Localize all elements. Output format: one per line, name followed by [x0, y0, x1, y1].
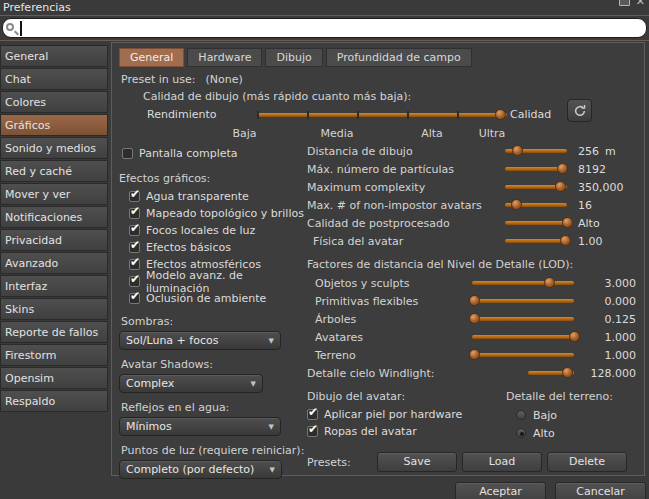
- checkbox-focos-locales[interactable]: Focos locales de luz: [129, 222, 307, 239]
- slider-thumb[interactable]: [511, 199, 522, 210]
- sidebar-item-skins[interactable]: Skins: [0, 298, 108, 320]
- sidebar-item-interfaz[interactable]: Interfaz: [0, 275, 108, 297]
- checkbox-icon: [129, 225, 140, 236]
- flexi-lod-slider[interactable]: [472, 299, 574, 303]
- checkbox-mapeado[interactable]: Mapeado topológico y brillos: [129, 205, 307, 222]
- search-row: [0, 15, 649, 41]
- checkbox-avatar-cloth[interactable]: Ropas del avatar: [307, 423, 506, 440]
- slider-thumb[interactable]: [555, 181, 566, 192]
- slider-thumb[interactable]: [469, 313, 480, 324]
- sidebar-item-opensim[interactable]: Opensim: [0, 367, 108, 389]
- checkbox-icon: [307, 426, 318, 437]
- avatar-shadows-dropdown[interactable]: Complex ▼: [119, 374, 263, 393]
- terrain-detail-header: Detalle del terreno:: [506, 390, 636, 403]
- slider-thumb[interactable]: [544, 277, 555, 288]
- tab-dibujo[interactable]: Dibujo: [265, 48, 322, 67]
- slider-thumb[interactable]: [562, 217, 573, 228]
- postprocess-slider[interactable]: [505, 221, 567, 225]
- avatar-physics-slider[interactable]: [505, 239, 567, 243]
- presets-label: Presets:: [307, 456, 377, 469]
- slider-row-avatars: Avatares 1.000: [307, 328, 636, 346]
- slider-value: 0.125: [588, 313, 636, 326]
- draw-distance-slider[interactable]: [505, 149, 567, 153]
- slider-value: 350,000: [578, 181, 636, 194]
- sidebar-item-avanzado[interactable]: Avanzado: [0, 252, 108, 274]
- sidebar-item-reporte[interactable]: Reporte de fallos: [0, 321, 108, 343]
- checkbox-icon: [129, 208, 140, 219]
- load-preset-button[interactable]: Load: [462, 452, 542, 472]
- light-points-label: Puntos de luz (requiere reiniciar):: [121, 444, 307, 457]
- slider-row-windlight: Detalle cielo Windlight: 128.000: [307, 364, 636, 382]
- terrain-lod-slider[interactable]: [472, 353, 574, 357]
- accept-button[interactable]: Aceptar: [455, 482, 546, 499]
- slider-thumb[interactable]: [560, 235, 571, 246]
- preset-in-use: Preset in use:(None): [121, 73, 636, 86]
- quality-slider-thumb[interactable]: [495, 109, 506, 120]
- slider-tick: [457, 111, 459, 119]
- checkbox-modelo-avanzado[interactable]: Modelo avanz. de iluminación: [129, 273, 307, 290]
- delete-preset-button[interactable]: Delete: [547, 452, 627, 472]
- slider-thumb[interactable]: [469, 295, 480, 306]
- chevron-down-icon: ▼: [269, 423, 274, 431]
- slider-row-postprocess: Calidad de postprocesado Alto: [307, 214, 636, 232]
- slider-value: 3.000: [588, 277, 636, 290]
- sidebar-item-sonido[interactable]: Sonido y medios: [0, 137, 108, 159]
- sidebar-item-graficos[interactable]: Gráficos: [0, 114, 108, 136]
- sidebar-item-colores[interactable]: Colores: [0, 91, 108, 113]
- sidebar-item-privacidad[interactable]: Privacidad: [0, 229, 108, 251]
- checkbox-fullscreen[interactable]: Pantalla completa: [122, 145, 307, 162]
- sidebar-item-mover[interactable]: Mover y ver: [0, 183, 108, 205]
- slider-value: 1.000: [588, 331, 636, 344]
- windlight-slider[interactable]: [528, 371, 574, 375]
- slider-thumb[interactable]: [569, 331, 580, 342]
- sidebar-item-general[interactable]: General: [0, 45, 108, 67]
- sidebar-item-firestorm[interactable]: Firestorm: [0, 344, 108, 366]
- checkbox-icon: [129, 293, 140, 304]
- slider-thumb[interactable]: [557, 163, 568, 174]
- quality-max-label: Calidad: [510, 108, 551, 121]
- objects-lod-slider[interactable]: [472, 281, 574, 285]
- complexity-slider[interactable]: [505, 185, 567, 189]
- tab-profundidad[interactable]: Profundidad de campo: [326, 48, 472, 67]
- slider-thumb[interactable]: [512, 145, 523, 156]
- checkbox-efectos-basicos[interactable]: Efectos básicos: [129, 239, 307, 256]
- radio-terrain-bajo[interactable]: Bajo: [516, 406, 636, 424]
- trees-lod-slider[interactable]: [472, 317, 574, 321]
- cancel-button[interactable]: Cancelar: [555, 482, 646, 499]
- slider-label: Avatares: [315, 331, 472, 344]
- shadows-dropdown[interactable]: Sol/Luna + focos ▼: [119, 331, 281, 350]
- preset-value: (None): [206, 73, 243, 86]
- slider-thumb[interactable]: [469, 349, 480, 360]
- water-reflections-dropdown[interactable]: Mínimos ▼: [119, 417, 281, 436]
- checkbox-hardware-skinning[interactable]: Aplicar piel por hardware: [307, 406, 506, 423]
- tab-hardware[interactable]: Hardware: [187, 48, 262, 67]
- tab-general[interactable]: General: [119, 48, 184, 67]
- checkbox-label: Agua transparente: [146, 190, 249, 203]
- quality-slider[interactable]: [257, 113, 507, 117]
- non-impostor-slider[interactable]: [505, 203, 567, 207]
- slider-row-terrain: Terreno 1.000: [307, 346, 636, 364]
- checkbox-icon: [129, 191, 140, 202]
- sidebar: General Chat Colores Gráficos Sonido y m…: [0, 41, 110, 413]
- undock-icon[interactable]: [619, 0, 630, 6]
- search-input[interactable]: [2, 18, 647, 38]
- sidebar-item-notificaciones[interactable]: Notificaciones: [0, 206, 108, 228]
- sidebar-item-chat[interactable]: Chat: [0, 68, 108, 90]
- save-preset-button[interactable]: Save: [377, 452, 457, 472]
- close-icon[interactable]: ✕: [636, 0, 645, 7]
- slider-thumb[interactable]: [562, 367, 573, 378]
- sidebar-item-red[interactable]: Red y caché: [0, 160, 108, 182]
- sidebar-item-respaldo[interactable]: Respaldo: [0, 390, 108, 412]
- refresh-button[interactable]: [567, 99, 592, 122]
- tab-bar: General Hardware Dibujo Profundidad de c…: [119, 48, 636, 67]
- radio-terrain-alto[interactable]: Alto: [516, 424, 636, 442]
- light-points-dropdown[interactable]: Completo (por defecto) ▼: [119, 460, 282, 479]
- avatar-shadows-label: Avatar Shadows:: [121, 358, 307, 371]
- checkbox-agua-transparente[interactable]: Agua transparente: [129, 188, 307, 205]
- radio-icon: [516, 410, 526, 420]
- particles-slider[interactable]: [505, 167, 567, 171]
- avatars-lod-slider[interactable]: [472, 335, 574, 339]
- chevron-down-icon: ▼: [251, 380, 256, 388]
- slider-label: Primitivas flexibles: [315, 295, 472, 308]
- checkbox-label: Aplicar piel por hardware: [324, 408, 462, 421]
